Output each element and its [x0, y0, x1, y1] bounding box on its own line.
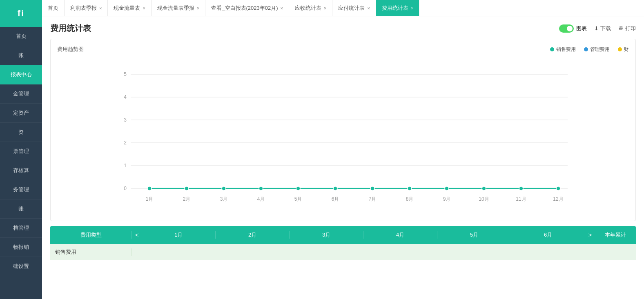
tab-close-blank[interactable]: ×: [281, 6, 283, 11]
svg-text:2月: 2月: [183, 196, 191, 202]
svg-text:4: 4: [124, 94, 127, 100]
sidebar-item-cash[interactable]: 金管理: [0, 84, 42, 104]
sidebar-item-expense[interactable]: 畅报销: [0, 238, 42, 257]
svg-point-19: [408, 186, 412, 190]
th-next-btn[interactable]: >: [585, 232, 595, 238]
sidebar: fi 首页 账 报表中心 金管理 定资产 资 票管理 存核算 务管理 账 档管理…: [0, 0, 42, 299]
svg-point-16: [296, 186, 300, 190]
th-ytd: 本年累计: [595, 231, 636, 239]
svg-text:0: 0: [124, 186, 127, 191]
legend-finance: 财: [618, 46, 629, 53]
chart-toggle-label: 图表: [576, 25, 587, 32]
chart-header: 费用趋势图 销售费用 管理费用 财: [57, 46, 629, 53]
download-button[interactable]: ⬇ 下载: [594, 25, 611, 32]
chart-title: 费用趋势图: [57, 46, 84, 53]
svg-point-20: [445, 186, 449, 190]
tab-profit[interactable]: 利润表季报 ×: [65, 0, 108, 16]
sidebar-item-home[interactable]: 首页: [0, 27, 42, 46]
th-prev-btn[interactable]: <: [132, 232, 142, 238]
svg-text:3: 3: [124, 117, 127, 123]
sidebar-item-ledger[interactable]: 账: [0, 199, 42, 219]
th-month-3: 3月: [290, 231, 363, 239]
svg-text:1月: 1月: [146, 196, 154, 202]
table-header-row: 费用类型 < 1月 2月 3月 4月 5月: [50, 226, 636, 244]
th-month-2: 2月: [216, 231, 290, 239]
svg-text:6月: 6月: [332, 196, 339, 202]
tab-close-cashflow[interactable]: ×: [143, 6, 145, 11]
svg-text:9月: 9月: [443, 196, 451, 202]
svg-point-22: [519, 186, 523, 190]
chart-svg: 5 4 3 2 1 0: [57, 58, 629, 213]
sidebar-logo: fi: [0, 0, 42, 27]
download-icon: ⬇: [594, 25, 599, 31]
svg-point-23: [556, 186, 560, 190]
sidebar-item-assets[interactable]: 定资产: [0, 104, 42, 123]
tab-expense-stats[interactable]: 费用统计表 ×: [376, 0, 419, 16]
print-icon: 🖶: [618, 25, 624, 31]
tab-close-profit[interactable]: ×: [99, 6, 102, 11]
svg-text:5月: 5月: [294, 196, 302, 202]
tab-home[interactable]: 首页: [42, 0, 65, 16]
svg-point-21: [482, 186, 486, 190]
svg-point-15: [259, 186, 263, 190]
tab-cashflow[interactable]: 现金流量表 ×: [108, 0, 151, 16]
tab-receivable[interactable]: 应收统计表 ×: [289, 0, 332, 16]
svg-text:8月: 8月: [406, 196, 414, 202]
svg-point-13: [185, 186, 189, 190]
svg-point-17: [333, 186, 337, 190]
main-content: 首页 利润表季报 × 现金流量表 × 现金流量表季报 × 查看_空白报表(202…: [42, 0, 644, 299]
th-month-1: 1月: [142, 231, 216, 239]
svg-text:11月: 11月: [516, 196, 526, 202]
legend-dot-finance: [618, 47, 622, 51]
sidebar-item-account[interactable]: 账: [0, 46, 42, 65]
tab-close-payable[interactable]: ×: [367, 6, 370, 11]
sidebar-item-resource[interactable]: 资: [0, 123, 42, 142]
th-month-4: 4月: [363, 231, 437, 239]
sidebar-item-tickets[interactable]: 票管理: [0, 142, 42, 161]
page-header: 费用统计表 图表 ⬇ 下载 🖶 打印: [42, 16, 644, 39]
chart-toggle-wrap[interactable]: 图表: [559, 24, 587, 33]
page-title: 费用统计表: [50, 23, 91, 34]
svg-text:7月: 7月: [369, 196, 377, 202]
tab-cashflow-q[interactable]: 现金流量表季报 ×: [152, 0, 205, 16]
svg-point-12: [147, 186, 152, 190]
td-type-sales: 销售费用: [50, 248, 132, 256]
legend-sales: 销售费用: [550, 46, 576, 53]
th-type: 费用类型: [50, 231, 132, 239]
legend-admin: 管理费用: [584, 46, 610, 53]
sidebar-item-inventory[interactable]: 存核算: [0, 161, 42, 180]
sidebar-item-reports[interactable]: 报表中心: [0, 65, 42, 84]
sidebar-item-archive[interactable]: 档管理: [0, 219, 42, 238]
svg-text:4月: 4月: [257, 196, 265, 202]
th-month-5: 5月: [437, 231, 511, 239]
tab-bar: 首页 利润表季报 × 现金流量表 × 现金流量表季报 × 查看_空白报表(202…: [42, 0, 644, 16]
svg-point-18: [370, 186, 374, 190]
sidebar-item-settings[interactable]: 础设置: [0, 257, 42, 276]
tab-close-expense[interactable]: ×: [411, 6, 413, 11]
tab-close-cashflow-q[interactable]: ×: [197, 6, 199, 11]
table-row-sales: 销售费用: [50, 244, 636, 260]
chart-container: 费用趋势图 销售费用 管理费用 财: [50, 39, 636, 221]
legend-dot-sales: [550, 47, 554, 51]
th-month-6: 6月: [511, 231, 585, 239]
legend-dot-admin: [584, 47, 588, 51]
svg-text:3月: 3月: [220, 196, 228, 202]
svg-text:1: 1: [124, 163, 127, 168]
svg-point-14: [222, 186, 226, 190]
tab-blank-report[interactable]: 查看_空白报表(2023年02月) ×: [205, 0, 289, 16]
svg-text:12月: 12月: [553, 196, 563, 202]
chart-legend: 销售费用 管理费用 财: [550, 46, 629, 53]
chart-toggle[interactable]: [559, 24, 574, 33]
svg-text:5: 5: [124, 71, 127, 77]
svg-text:10月: 10月: [479, 196, 489, 202]
chart-svg-area: 5 4 3 2 1 0: [57, 58, 629, 214]
print-button[interactable]: 🖶 打印: [618, 25, 636, 32]
page-area: 费用统计表 图表 ⬇ 下载 🖶 打印 费用趋势图: [42, 16, 644, 299]
table-section: 费用类型 < 1月 2月 3月 4月 5月: [50, 226, 636, 299]
svg-text:2: 2: [124, 140, 127, 146]
tab-payable[interactable]: 应付统计表 ×: [332, 0, 376, 16]
tab-close-receivable[interactable]: ×: [324, 6, 326, 11]
sidebar-item-service[interactable]: 务管理: [0, 180, 42, 199]
header-actions: 图表 ⬇ 下载 🖶 打印: [559, 24, 636, 33]
